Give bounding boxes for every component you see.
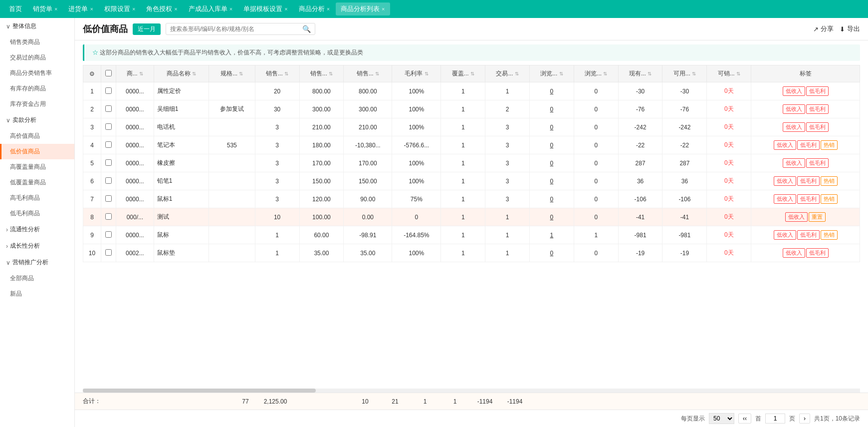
row-select-checkbox[interactable] [105,105,112,112]
col-sales-avg[interactable]: 销售... ⇅ [344,65,392,82]
row-checkbox[interactable] [101,82,116,100]
sidebar-item-all-products[interactable]: 全部商品 [0,271,74,286]
sidebar-group-overall[interactable]: ∨整体信息 [0,18,74,34]
row-view1[interactable]: 0 [530,100,574,118]
row-select-checkbox[interactable] [105,141,112,148]
col-view1[interactable]: 浏览... ⇅ [530,65,574,82]
row-select-checkbox[interactable] [105,195,112,202]
view1-link[interactable]: 0 [550,214,554,221]
nav-sales-order[interactable]: 销货单 × [28,2,62,15]
col-trade[interactable]: 交易... ⇅ [485,65,530,82]
page-number-input[interactable] [765,414,785,424]
row-view1[interactable]: 0 [530,172,574,190]
sidebar-item-low-margin[interactable]: 低毛利商品 [0,206,74,221]
first-page-button[interactable]: ‹‹ [738,414,751,424]
col-sales-amount[interactable]: 销售... ⇅ [299,65,344,82]
nav-product-analysis[interactable]: 商品分析 × [294,2,335,15]
row-select-checkbox[interactable] [105,249,112,256]
nav-permission-close-icon[interactable]: × [132,6,135,12]
row-view1[interactable]: 0 [530,136,574,154]
export-button[interactable]: ⬇ 导出 [840,24,860,33]
sidebar-item-stocked-products[interactable]: 有库存的商品 [0,81,74,96]
nav-template-setting[interactable]: 单据模板设置 × [238,2,292,15]
sidebar-item-new-products[interactable]: 新品 [0,286,74,302]
next-page-button[interactable]: › [799,414,810,424]
row-select-checkbox[interactable] [105,87,112,94]
nav-home[interactable]: 首页 [4,2,27,15]
sidebar-group-circulation[interactable]: ›流通性分析 [0,221,74,238]
sidebar-item-high-coverage[interactable]: 高覆盖量商品 [0,159,74,175]
view1-link[interactable]: 0 [550,142,554,149]
row-view1[interactable]: 0 [530,82,574,100]
search-icon[interactable]: 🔍 [302,25,311,33]
nav-analysis-close-icon[interactable]: × [327,6,330,12]
sidebar-item-category-sales[interactable]: 商品分类销售率 [0,65,74,81]
col-code[interactable]: 商... ⇅ [116,65,154,82]
col-view2[interactable]: 浏览... ⇅ [574,65,618,82]
col-sales-qty[interactable]: 销售... ⇅ [255,65,299,82]
col-name[interactable]: 商品名称 ⇅ [154,65,209,82]
nav-product-close-icon[interactable]: × [229,6,232,12]
view1-link[interactable]: 0 [550,124,554,131]
row-view1[interactable]: 0 [530,190,574,208]
sidebar-item-sales-products[interactable]: 销售类商品 [0,34,74,50]
sidebar-item-high-value[interactable]: 高价值商品 [0,128,74,144]
sidebar-group-marketing[interactable]: ∨营销推广分析 [0,254,74,271]
nav-role-auth[interactable]: 角色授权 × [141,2,182,15]
row-checkbox[interactable] [101,244,116,262]
col-available[interactable]: 可用... ⇅ [662,65,707,82]
row-view1[interactable]: 0 [530,118,574,136]
nav-list-close-icon[interactable]: × [382,6,385,12]
col-coverage[interactable]: 覆盖... ⇅ [441,65,485,82]
row-view1[interactable]: 0 [530,154,574,172]
nav-template-close-icon[interactable]: × [284,6,287,12]
per-page-select[interactable]: 50 100 [709,413,734,424]
row-select-checkbox[interactable] [105,213,112,220]
search-input[interactable] [170,25,299,32]
row-checkbox[interactable] [101,154,116,172]
row-select-checkbox[interactable] [105,123,112,130]
sidebar-item-low-value[interactable]: 低价值商品 [0,144,74,159]
row-checkbox[interactable] [101,172,116,190]
nav-purchase-close-icon[interactable]: × [90,6,93,12]
nav-role-close-icon[interactable]: × [174,6,177,12]
row-view1[interactable]: 0 [530,208,574,226]
select-all-checkbox[interactable] [105,70,112,76]
view1-link[interactable]: 0 [550,160,554,167]
row-view1[interactable]: 0 [530,244,574,262]
col-checkbox[interactable] [101,65,116,82]
date-filter-button[interactable]: 近一月 [133,23,161,35]
row-select-checkbox[interactable] [105,231,112,238]
nav-sales-order-close-icon[interactable]: × [54,6,57,12]
sidebar-item-inventory-capital[interactable]: 库存资金占用 [0,96,74,112]
sidebar-item-low-coverage[interactable]: 低覆盖量商品 [0,175,74,190]
row-checkbox[interactable] [101,100,116,118]
row-checkbox[interactable] [101,208,116,226]
col-gross-margin[interactable]: 毛利率 ⇅ [392,65,441,82]
row-checkbox[interactable] [101,118,116,136]
view1-link[interactable]: 0 [550,196,554,203]
sidebar-item-high-margin[interactable]: 高毛利商品 [0,190,74,206]
row-checkbox[interactable] [101,190,116,208]
row-select-checkbox[interactable] [105,177,112,184]
row-checkbox[interactable] [101,226,116,244]
nav-purchase-order[interactable]: 进货单 × [63,2,98,15]
sidebar-item-traded-products[interactable]: 交易过的商品 [0,50,74,65]
nav-analysis-list[interactable]: 商品分析列表 × [336,2,390,15]
col-salable[interactable]: 可销... ⇅ [707,65,751,82]
col-current[interactable]: 现有... ⇅ [618,65,662,82]
share-button[interactable]: ↗ 分享 [813,24,834,33]
col-gear[interactable]: ⚙ [83,65,101,82]
view1-link[interactable]: 0 [550,88,554,95]
view1-link[interactable]: 0 [550,106,554,113]
view1-link[interactable]: 1 [550,232,554,239]
col-spec[interactable]: 规格... ⇅ [209,65,255,82]
horizontal-scrollbar[interactable] [83,389,860,393]
sidebar-group-bestseller[interactable]: ∨卖款分析 [0,112,74,128]
view1-link[interactable]: 0 [550,178,554,185]
view1-link[interactable]: 0 [550,250,554,257]
sidebar-group-growth[interactable]: ›成长性分析 [0,238,74,254]
row-select-checkbox[interactable] [105,159,112,166]
row-view1[interactable]: 1 [530,226,574,244]
nav-permission-setting[interactable]: 权限设置 × [99,2,140,15]
